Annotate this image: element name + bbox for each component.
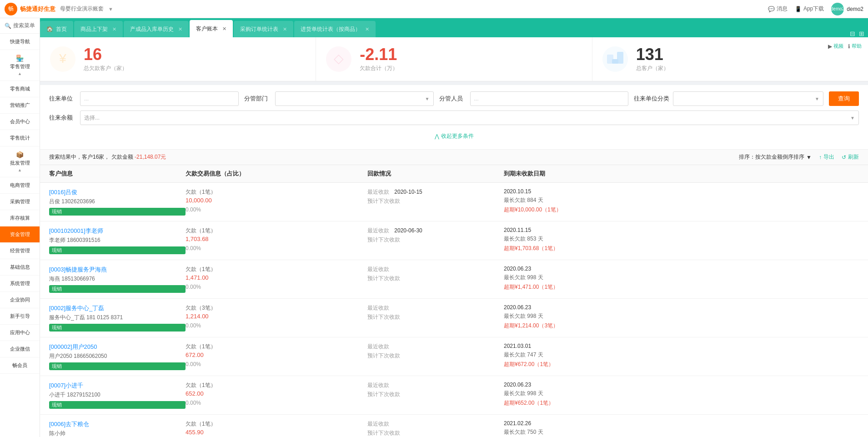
overdue-amount-2[interactable]: 超期¥1,471.00（1笔） xyxy=(504,283,859,291)
sidebar-item-retail-mgmt[interactable]: 🏪 零售管理 ▲ xyxy=(0,50,40,81)
col-header-customer: 客户信息 xyxy=(49,170,186,178)
stat-number-debtors: 16 xyxy=(84,46,127,63)
overdue-info-3: 2020.06.23 最长欠款 998 天 超期¥1,214.00（3笔） xyxy=(504,304,859,330)
sidebar-item-member[interactable]: 会员中心 xyxy=(0,114,40,130)
customer-info-6: [0006]去下粮仓 陈小帅 现销 xyxy=(49,420,186,437)
sidebar-item-newbie[interactable]: 新手引导 xyxy=(0,308,40,325)
export-button[interactable]: ↑ 导出 xyxy=(819,153,834,161)
collapse-icon: ⋀ xyxy=(435,133,439,140)
overdue-amount-3[interactable]: 超期¥1,214.00（3笔） xyxy=(504,322,859,330)
tab-product-history[interactable]: 产成品入库单历史 ✕ xyxy=(124,21,189,37)
sidebar-item-retail-mall[interactable]: 零售商城 xyxy=(0,81,40,97)
sidebar-item-quick-nav[interactable]: 快捷导航 xyxy=(0,34,40,50)
help-label: 帮助 xyxy=(852,43,862,50)
customer-name-5[interactable]: [0007]小进千 xyxy=(49,382,186,390)
customer-phone-4: 用户2050 18665062050 xyxy=(49,352,186,360)
user-area[interactable]: demo2 demo2 xyxy=(831,3,863,15)
source-unit-dots: ... xyxy=(84,95,89,102)
customer-name-3[interactable]: [0002]服务中心_丁磊 xyxy=(49,304,186,312)
sort-arrow[interactable]: ▼ xyxy=(806,154,812,161)
page-content: ¥ 16 总欠款客户（家） ◇ xyxy=(40,37,868,437)
table-row: [0003]畅捷服务尹海燕 海燕 18513066976 现销 欠款（1笔） 1… xyxy=(40,260,868,299)
customer-name-1[interactable]: [0001020001]李老师 xyxy=(49,227,186,235)
table-row: [0001020001]李老师 李老师 18600391516 现销 欠款（1笔… xyxy=(40,221,868,260)
manager-input[interactable]: ... xyxy=(470,91,629,106)
debt-count-2: 欠款（1笔） xyxy=(186,266,367,273)
customer-name-4[interactable]: [000002]用户2050 xyxy=(49,343,186,351)
overdue-amount-0[interactable]: 超期¥10,000.00（1笔） xyxy=(504,206,859,214)
tab-product-history-label: 产成品入库单历史 xyxy=(130,25,174,33)
tab-bar-end: ⊟ ⊞ xyxy=(846,30,868,37)
tab-close-product-shelves[interactable]: ✕ xyxy=(112,26,116,32)
balance-select[interactable]: 选择... ▼ xyxy=(80,111,859,125)
tab-incoming-summary[interactable]: 进货单统计表（按商品） ✕ xyxy=(294,21,376,37)
sidebar-item-finance[interactable]: 资金管理 xyxy=(0,226,40,243)
store-arrow[interactable]: ▼ xyxy=(108,6,113,12)
video-button[interactable]: ▶ 视频 xyxy=(828,43,843,50)
unit-category-select[interactable]: ▼ xyxy=(673,91,823,106)
table-row: [0006]去下粮仓 陈小帅 现销 欠款（1笔） 455.90 0.00% 最近… xyxy=(40,415,868,437)
tab-home[interactable]: 🏠 首页 xyxy=(40,21,73,37)
sidebar-label-ops-mgmt: 经营管理 xyxy=(10,247,30,254)
tab-close-product-history[interactable]: ✕ xyxy=(178,26,182,32)
dept-select[interactable]: ▼ xyxy=(275,91,434,106)
customer-phone-6: 陈小帅 xyxy=(49,430,186,437)
sidebar-item-basic-info[interactable]: 基础信息 xyxy=(0,259,40,276)
message-button[interactable]: 💬 消息 xyxy=(768,5,788,13)
table-row: [0002]服务中心_丁磊 服务中心_丁磊 181 0125 8371 现销 欠… xyxy=(40,299,868,337)
tab-customer-account[interactable]: 客户账本 ✕ xyxy=(190,20,233,37)
overdue-amount-4[interactable]: 超期¥672.00（1笔） xyxy=(504,361,859,368)
app-download-button[interactable]: 📱 App下载 xyxy=(795,5,824,13)
tab-maximize-icon[interactable]: ⊞ xyxy=(859,30,864,37)
source-unit-input[interactable]: ... xyxy=(80,91,239,106)
collapse-button[interactable]: ⋀ 收起更多条件 xyxy=(49,130,859,143)
sidebar-label-enterprise-wechat: 企业微信 xyxy=(10,346,30,352)
sidebar-item-enterprise-wechat[interactable]: 企业微信 xyxy=(0,341,40,357)
sidebar-item-inventory[interactable]: 库存核算 xyxy=(0,210,40,226)
tab-collapse-icon[interactable]: ⊟ xyxy=(850,30,855,37)
video-icon: ▶ xyxy=(828,43,832,50)
sidebar-item-ecommerce[interactable]: 电商管理 xyxy=(0,177,40,194)
sidebar-item-app-center[interactable]: 应用中心 xyxy=(0,325,40,341)
tab-purchase-summary[interactable]: 采购订单统计表 ✕ xyxy=(234,21,293,37)
dept-arrow: ▼ xyxy=(425,96,430,101)
refresh-button[interactable]: ↺ 刷新 xyxy=(842,153,859,161)
tab-close-customer-account[interactable]: ✕ xyxy=(222,26,226,32)
tab-close-purchase-summary[interactable]: ✕ xyxy=(283,26,287,32)
sidebar-item-purchase[interactable]: 采购管理 xyxy=(0,194,40,210)
filter-dept: 分管部门 ▼ xyxy=(244,91,434,106)
stat-label-debtors: 总欠款客户（家） xyxy=(84,65,127,72)
overdue-info-1: 2020.11.15 最长欠款 853 天 超期¥1,703.68（1笔） xyxy=(504,227,859,252)
customer-name-2[interactable]: [0003]畅捷服务尹海燕 xyxy=(49,266,186,274)
overdue-amount-1[interactable]: 超期¥1,703.68（1笔） xyxy=(504,245,859,252)
sidebar-item-marketing[interactable]: 营销推广 xyxy=(0,97,40,114)
customer-name-0[interactable]: [0016]吕俊 xyxy=(49,188,186,196)
overdue-amount-5[interactable]: 超期¥652.00（1笔） xyxy=(504,399,859,407)
sidebar-label-basic-info: 基础信息 xyxy=(10,264,30,271)
sidebar-item-retail-stats[interactable]: 零售统计 xyxy=(0,130,40,146)
search-button[interactable]: 查询 xyxy=(829,91,859,106)
col-header-overdue: 到期未收款日期 xyxy=(504,170,859,178)
debt-info-5: 欠款（1笔） 652.00 0.00% xyxy=(186,382,367,406)
sidebar-item-batch-mgmt[interactable]: 📦 批发管理 ▲ xyxy=(0,146,40,177)
sidebar-icon-batch-mgmt: 📦 xyxy=(16,151,24,158)
sidebar-item-enterprise[interactable]: 企业协同 xyxy=(0,292,40,308)
tab-home-label: 首页 xyxy=(56,25,67,33)
sidebar-item-ops-mgmt[interactable]: 经营管理 xyxy=(0,243,40,259)
refresh-icon: ↺ xyxy=(842,154,846,161)
debt-count-5: 欠款（1笔） xyxy=(186,382,367,389)
tab-close-incoming-summary[interactable]: ✕ xyxy=(365,26,369,32)
sidebar-item-vip[interactable]: 畅会员 xyxy=(0,357,40,374)
tab-product-shelves[interactable]: 商品上下架 ✕ xyxy=(74,21,123,37)
sidebar-item-system[interactable]: 系统管理 xyxy=(0,276,40,292)
debt-count-6: 欠款（1笔） xyxy=(186,420,367,428)
help-button[interactable]: ℹ 帮助 xyxy=(848,43,862,50)
sidebar-search[interactable]: 🔍 搜索菜单 xyxy=(0,18,40,34)
recovery-info-6: 最近收款 预计下次收款 xyxy=(367,420,504,437)
overdue-days-1: 最长欠款 853 天 xyxy=(504,235,859,243)
customer-name-6[interactable]: [0006]去下粮仓 xyxy=(49,420,186,428)
search-icon: 🔍 xyxy=(5,23,11,29)
balance-label: 往来余额 xyxy=(49,114,76,122)
tab-customer-account-label: 客户账本 xyxy=(196,25,218,33)
manager-label: 分管人员 xyxy=(439,95,467,103)
